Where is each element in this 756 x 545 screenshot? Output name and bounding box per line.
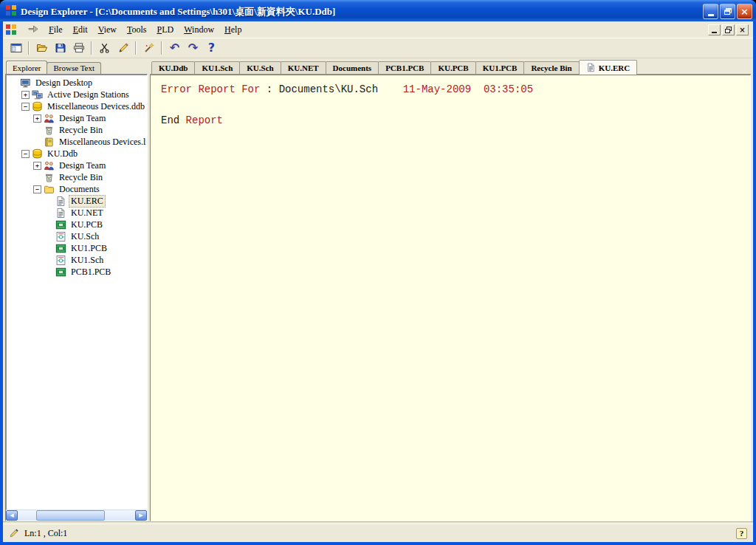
panel-tab-browse-text[interactable]: Browse Text [47, 62, 101, 74]
menu-file[interactable]: File [44, 23, 68, 37]
window-title: Design Explorer - [C:\Documents and Sett… [21, 5, 335, 18]
recycle-icon [44, 172, 55, 183]
doc-tab-ku-net[interactable]: KU.NET [281, 61, 326, 74]
scrollbar-track[interactable] [18, 510, 135, 521]
editor-area[interactable]: Error Report For : Documents\KU.Sch 11-M… [150, 75, 751, 521]
tree-item-label: Documents [57, 183, 102, 196]
doc-tab-recycle-bin[interactable]: Recycle Bin [523, 61, 579, 74]
tree-item-label: Design Desktop [33, 77, 94, 89]
status-bar: Ln:1 , Col:1 ? [3, 524, 753, 542]
tree-horizontal-scrollbar[interactable]: ◀ ▶ [6, 510, 147, 521]
print-button[interactable] [69, 40, 88, 57]
doc-tab-ku-ddb[interactable]: KU.Ddb [151, 61, 195, 74]
explorer-tree: Design Desktop+Active Design Stations−Mi… [7, 77, 146, 509]
expand-icon[interactable]: + [33, 114, 41, 123]
scroll-right-button[interactable]: ▶ [135, 510, 147, 521]
collapse-icon[interactable]: − [21, 103, 30, 111]
tree-item-pcb1-pcb[interactable]: PCB1.PCB [7, 266, 146, 278]
tree-item-ku-erc[interactable]: KU.ERC [7, 195, 146, 207]
document-minimize-button[interactable] [708, 24, 721, 35]
tree-item-label: KU.Ddb [45, 148, 80, 160]
menu-tools[interactable]: Tools [122, 23, 152, 37]
tree-item-recycle-bin[interactable]: Recycle Bin [7, 171, 146, 183]
tree-item-documents[interactable]: −Documents [7, 183, 146, 195]
menu-edit[interactable]: Edit [68, 23, 93, 37]
save-button[interactable] [51, 40, 69, 57]
print-icon [73, 42, 85, 54]
editor-content[interactable]: Error Report For : Documents\KU.Sch 11-M… [151, 75, 750, 521]
tree-item-recycle-bin[interactable]: Recycle Bin [7, 124, 146, 136]
draw-button[interactable] [114, 40, 132, 57]
help-button[interactable]: ? [202, 40, 221, 57]
redo-button[interactable]: ↷ [184, 40, 202, 57]
toggle-panels-button[interactable] [7, 40, 25, 57]
help-button[interactable]: ? [736, 528, 747, 539]
open-document-button[interactable] [32, 40, 51, 57]
tree-item-label: KU.Sch [69, 230, 101, 243]
tree-item-label: Design Team [57, 160, 108, 172]
tree-item-active-design-stations[interactable]: +Active Design Stations [7, 89, 146, 100]
tree-item-ku-sch[interactable]: KU.Sch [7, 230, 146, 242]
doc-tab-ku-pcb[interactable]: KU.PCB [430, 61, 475, 74]
stations-icon [32, 89, 43, 100]
tree-item-miscellaneous-devices-ddb[interactable]: −Miscellaneous Devices.ddb [7, 100, 146, 112]
document-tab-strip: KU.DdbKU1.SchKU.SchKU.NETDocumentsPCB1.P… [150, 60, 751, 75]
tree-item-label: Recycle Bin [57, 124, 105, 137]
doc-tab-ku-sch[interactable]: KU.Sch [239, 61, 281, 74]
doc-tab-label: KU.NET [288, 64, 319, 72]
restore-icon [725, 27, 732, 33]
tree-item-miscellaneous-devices-lib[interactable]: Miscellaneous Devices.lib [7, 136, 146, 148]
doc-tab-pcb1-pcb[interactable]: PCB1.PCB [378, 61, 431, 74]
tree-item-label: KU.ERC [69, 195, 106, 208]
recycle-icon [44, 125, 55, 136]
mdi-window-controls: × [708, 24, 751, 35]
doc-tab-ku1-sch[interactable]: KU1.Sch [194, 61, 240, 74]
document-close-button[interactable]: × [736, 24, 749, 35]
minimize-button[interactable] [703, 4, 718, 19]
doc-tab-label: KU1.Sch [202, 64, 233, 72]
menu-pld[interactable]: PLD [152, 23, 179, 37]
scroll-left-button[interactable]: ◀ [6, 510, 18, 521]
tree-item-ku-pcb[interactable]: KU.PCB [7, 219, 146, 230]
wizard-button[interactable] [140, 40, 158, 57]
client-area: FileEditViewToolsPLDWindowHelp × ↶↷? Exp… [3, 21, 753, 542]
tree-item-design-team[interactable]: +Design Team [7, 112, 146, 124]
tree-item-design-desktop[interactable]: Design Desktop [7, 77, 146, 89]
cut-button[interactable] [95, 40, 114, 57]
expand-icon[interactable]: + [33, 162, 41, 170]
menu-window[interactable]: Window [179, 23, 219, 37]
panel-tab-explorer[interactable]: Explorer [6, 61, 47, 74]
scrollbar-thumb[interactable] [36, 510, 104, 521]
document-restore-button[interactable] [722, 24, 735, 35]
menu-arrow-icon[interactable] [27, 24, 39, 35]
tree-item-ku-ddb[interactable]: −KU.Ddb [7, 148, 146, 160]
team-icon [44, 113, 55, 124]
explorer-panel: ExplorerBrowse Text Design Desktop+Activ… [5, 60, 148, 521]
menu-view[interactable]: View [93, 23, 122, 37]
doc-tab-documents[interactable]: Documents [326, 61, 379, 74]
tree-item-design-team[interactable]: +Design Team [7, 160, 146, 171]
ddb-icon [32, 101, 43, 112]
tree-item-label: Design Team [57, 112, 108, 125]
collapse-icon[interactable]: − [33, 185, 41, 193]
toolbar-separator [91, 41, 92, 55]
close-button[interactable]: × [737, 4, 752, 19]
tree-item-ku1-sch[interactable]: KU1.Sch [7, 254, 146, 266]
textdoc-icon [586, 63, 596, 72]
open-icon [36, 42, 48, 54]
menu-help[interactable]: Help [219, 23, 247, 37]
tree-item-label: KU1.PCB [69, 242, 109, 255]
expand-icon[interactable]: + [21, 91, 30, 99]
tree-item-ku-net[interactable]: KU.NET [7, 207, 146, 219]
undo-button[interactable]: ↶ [165, 40, 184, 57]
doc-tab-ku-erc[interactable]: KU.ERC [579, 60, 637, 75]
app-icon[interactable] [5, 24, 17, 35]
save-icon [55, 42, 66, 54]
collapse-icon[interactable]: − [21, 150, 30, 158]
restore-button[interactable] [720, 4, 735, 19]
ddb-icon [32, 148, 43, 160]
tree-item-ku1-pcb[interactable]: KU1.PCB [7, 242, 146, 254]
doc-tab-ku1-pcb[interactable]: KU1.PCB [475, 61, 525, 74]
editor-line: End Report [161, 113, 744, 128]
toolbar-separator [135, 41, 137, 55]
